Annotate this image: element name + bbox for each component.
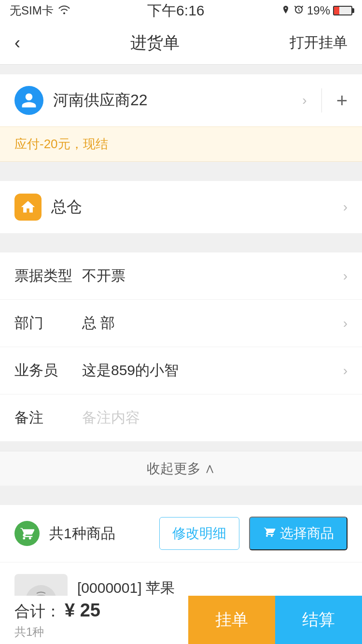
- total-amount: ¥ 25: [65, 600, 100, 621]
- product-count-icon-wrap: [14, 521, 40, 546]
- header: ‹ 进货单 打开挂单: [0, 21, 362, 65]
- remark-placeholder: 备注内容: [82, 408, 348, 428]
- battery-text: 19%: [307, 4, 330, 17]
- collapse-bar[interactable]: 收起更多 ∧: [0, 451, 362, 486]
- form-section: 票据类型 不开票 › 部门 总 部 › 业务员 这是859的小智 › 备注 备注…: [0, 252, 362, 441]
- supplier-row[interactable]: 河南供应商22 › +: [0, 74, 362, 126]
- warehouse-chevron-icon: ›: [343, 199, 348, 215]
- warehouse-name: 总仓: [51, 196, 343, 218]
- select-product-button[interactable]: 选择商品: [249, 517, 348, 550]
- edit-detail-button[interactable]: 修改明细: [159, 517, 239, 550]
- remark-label: 备注: [14, 408, 82, 428]
- collapse-label: 收起更多 ∧: [147, 460, 216, 478]
- bottom-total-sub: 共1种: [14, 624, 174, 640]
- alarm-icon: [293, 4, 304, 17]
- salesman-value: 这是859的小智: [82, 361, 343, 380]
- invoice-type-row[interactable]: 票据类型 不开票 ›: [0, 252, 362, 300]
- section-gap-2: [0, 162, 362, 171]
- section-gap-3: [0, 233, 362, 243]
- status-bar: 无SIM卡 下午6:16 19%: [0, 0, 362, 21]
- open-pending-button[interactable]: 打开挂单: [290, 33, 348, 53]
- status-left: 无SIM卡: [10, 3, 71, 18]
- department-row[interactable]: 部门 总 部 ›: [0, 300, 362, 347]
- invoice-type-chevron-icon: ›: [343, 268, 348, 284]
- bottom-bar: 合计： ¥ 25 共1种 挂单 结算: [0, 596, 362, 644]
- warehouse-row[interactable]: 总仓 ›: [0, 181, 362, 233]
- total-label: 合计：: [14, 601, 61, 622]
- supplier-notice: 应付-20元，现结: [0, 126, 362, 162]
- supplier-divider: [321, 88, 322, 112]
- salesman-label: 业务员: [14, 361, 82, 380]
- wifi-icon: [57, 4, 71, 17]
- section-gap-1: [0, 65, 362, 74]
- supplier-name: 河南供应商22: [53, 90, 302, 111]
- bottom-total: 合计： ¥ 25 共1种: [0, 600, 188, 640]
- supplier-section: 河南供应商22 › + 应付-20元，现结: [0, 74, 362, 162]
- warehouse-icon-wrap: [14, 194, 42, 221]
- supplier-avatar: [14, 86, 43, 115]
- invoice-type-label: 票据类型: [14, 266, 82, 286]
- status-right: 19%: [281, 4, 352, 17]
- cart-icon: [263, 526, 276, 541]
- status-time: 下午6:16: [147, 1, 204, 21]
- supplier-add-icon[interactable]: +: [336, 90, 348, 112]
- department-value: 总 部: [82, 313, 343, 333]
- salesman-row[interactable]: 业务员 这是859的小智 ›: [0, 347, 362, 394]
- product-name: [0000001] 苹果: [77, 578, 315, 598]
- select-product-label: 选择商品: [280, 524, 334, 543]
- invoice-type-value: 不开票: [82, 266, 343, 286]
- checkout-button[interactable]: 结算: [275, 596, 362, 644]
- salesman-chevron-icon: ›: [343, 363, 348, 378]
- product-count-text: 共1种商品: [49, 524, 150, 544]
- section-gap-4: [0, 486, 362, 495]
- back-button[interactable]: ‹: [14, 33, 20, 53]
- pending-button[interactable]: 挂单: [188, 596, 275, 644]
- department-label: 部门: [14, 313, 82, 333]
- location-icon: [281, 4, 291, 17]
- supplier-right: › +: [302, 88, 348, 112]
- remark-row[interactable]: 备注 备注内容: [0, 394, 362, 441]
- department-chevron-icon: ›: [343, 316, 348, 331]
- page-title: 进货单: [130, 32, 180, 54]
- carrier-text: 无SIM卡: [10, 3, 54, 18]
- supplier-chevron-icon: ›: [302, 93, 306, 108]
- battery-icon: [333, 6, 352, 15]
- product-header: 共1种商品 修改明细 选择商品: [0, 505, 362, 562]
- warehouse-section: 总仓 ›: [0, 181, 362, 233]
- bottom-total-main: 合计： ¥ 25: [14, 600, 174, 622]
